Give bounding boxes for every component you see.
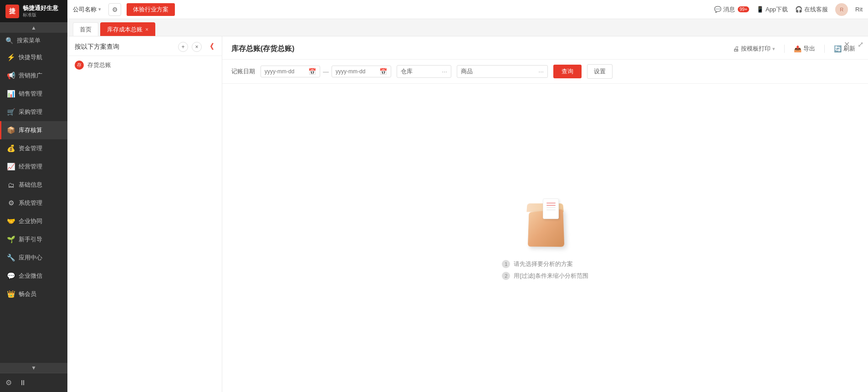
sidebar-scroll-down[interactable]: ▼ xyxy=(0,363,67,373)
tab-close-icon[interactable]: × xyxy=(145,26,148,33)
sidebar-item-operations[interactable]: 📈 经营管理 xyxy=(0,158,67,176)
app-logo-icon: 捷 xyxy=(5,5,19,18)
chevron-down-icon: ▾ xyxy=(98,6,101,12)
sidebar-item-sales[interactable]: 📊 销售管理 xyxy=(0,85,67,103)
gear-icon: ⚙ xyxy=(112,6,118,13)
refresh-icon: 🔄 xyxy=(834,45,842,52)
tip-item-2: 2 用[过滤]条件来缩小分析范围 xyxy=(502,272,588,280)
chevron-down-icon: ▾ xyxy=(772,46,775,52)
headset-icon: 🎧 xyxy=(795,6,802,13)
settings-btn[interactable]: 设置 xyxy=(587,64,613,79)
filter-title: 按以下方案查询 xyxy=(75,43,178,51)
system-icon: ⚙ xyxy=(7,199,15,207)
sidebar-collapse-btn[interactable]: ⏸ xyxy=(19,379,26,387)
panel-expand-btn[interactable]: ⤢ xyxy=(858,40,863,49)
filter-add-btn[interactable]: + xyxy=(178,42,188,52)
topbar-left: 公司名称 ▾ ⚙ 体验行业方案 xyxy=(73,3,714,16)
filter-scheme-item[interactable]: 存 存货总账 xyxy=(67,56,222,74)
warehouse-select[interactable]: 仓库 ··· xyxy=(397,65,451,78)
goods-select[interactable]: 商品 ··· xyxy=(457,65,548,78)
divider xyxy=(784,45,785,53)
warehouse-more-icon: ··· xyxy=(442,68,447,75)
topbar: 公司名称 ▾ ⚙ 体验行业方案 💬 消息 99+ 📱 App下载 🎧 在线客服 xyxy=(67,0,868,19)
filter-actions: + × 《 xyxy=(178,42,214,52)
empty-illustration xyxy=(518,196,572,251)
sidebar-item-inventory[interactable]: 📦 库存核算 xyxy=(0,121,67,139)
tabs-bar: 首页 库存成本总账 × xyxy=(67,19,868,36)
box-illustration-doc xyxy=(543,199,559,219)
purchase-icon: 🛒 xyxy=(7,108,15,116)
basics-icon: 🗂 xyxy=(7,181,15,189)
export-btn[interactable]: 📤 导出 xyxy=(790,43,819,55)
user-avatar[interactable]: R xyxy=(835,3,848,16)
topbar-support-btn[interactable]: 🎧 在线客服 xyxy=(795,5,828,14)
print-btn[interactable]: 🖨 按模板打印 ▾ xyxy=(729,43,779,55)
date-end-input[interactable]: 📅 xyxy=(332,66,391,77)
topbar-company[interactable]: 公司名称 ▾ xyxy=(73,5,101,14)
capital-icon: 💰 xyxy=(7,144,15,153)
message-icon: 💬 xyxy=(714,6,721,13)
sidebar-item-quicknav[interactable]: ⚡ 快捷导航 xyxy=(0,48,67,66)
newguide-icon: 🌱 xyxy=(7,235,15,244)
tip-item-1: 1 请先选择要分析的方案 xyxy=(502,260,588,268)
topbar-message-btn[interactable]: 💬 消息 99+ xyxy=(714,5,749,14)
filter-title-bar: 按以下方案查询 + × 《 xyxy=(67,36,222,56)
sidebar-search-btn[interactable]: 🔍 搜索菜单 xyxy=(0,33,67,48)
sidebar-item-member[interactable]: 👑 畅会员 xyxy=(0,285,67,303)
member-icon: 👑 xyxy=(7,290,15,298)
app-logo-text: 畅捷通好生意 标准版 xyxy=(23,5,58,18)
sidebar-nav: ⚡ 快捷导航 📢 营销推广 📊 销售管理 🛒 采购管理 📦 库存核算 💰 资金管… xyxy=(0,48,67,363)
industry-btn[interactable]: 体验行业方案 xyxy=(127,3,175,16)
panel-close-btn[interactable]: ✕ xyxy=(844,40,850,49)
sidebar-settings-btn[interactable]: ⚙ xyxy=(5,378,12,387)
topbar-right: 💬 消息 99+ 📱 App下载 🎧 在线客服 R Rit xyxy=(714,3,863,16)
sidebar-item-marketing[interactable]: 📢 营销推广 xyxy=(0,66,67,85)
page-title: 库存总账(存货总账) xyxy=(231,44,295,54)
operations-icon: 📈 xyxy=(7,163,15,171)
divider2 xyxy=(824,45,825,53)
cooperation-icon: 🤝 xyxy=(7,217,15,225)
calendar-start-icon[interactable]: 📅 xyxy=(308,68,316,75)
goods-more-icon: ··· xyxy=(538,68,544,75)
download-icon: 📱 xyxy=(756,6,764,13)
inventory-icon: 📦 xyxy=(7,126,15,134)
sidebar-item-wechat[interactable]: 💬 企业微信 xyxy=(0,267,67,285)
filter-delete-btn[interactable]: × xyxy=(192,42,202,52)
main-area: 公司名称 ▾ ⚙ 体验行业方案 💬 消息 99+ 📱 App下载 🎧 在线客服 xyxy=(67,0,868,392)
tab-inventory-ledger[interactable]: 库存成本总账 × xyxy=(100,22,155,36)
date-start-field[interactable] xyxy=(265,68,306,75)
page-header-actions: 🖨 按模板打印 ▾ 📤 导出 🔄 刷新 xyxy=(729,43,859,55)
sidebar-scroll-up[interactable]: ▲ xyxy=(0,23,67,33)
date-label: 记账日期 xyxy=(231,67,255,76)
sidebar-logo: 捷 畅捷通好生意 标准版 xyxy=(0,0,67,23)
sidebar-item-purchase[interactable]: 🛒 采购管理 xyxy=(0,103,67,121)
wechat-icon: 💬 xyxy=(7,272,15,280)
sidebar: 捷 畅捷通好生意 标准版 ▲ 🔍 搜索菜单 ⚡ 快捷导航 📢 营销推广 📊 销售… xyxy=(0,0,67,392)
calendar-end-icon[interactable]: 📅 xyxy=(379,68,387,75)
sidebar-item-basics[interactable]: 🗂 基础信息 xyxy=(0,176,67,194)
export-icon: 📤 xyxy=(794,45,802,52)
content-area: 库存总账(存货总账) 🖨 按模板打印 ▾ 📤 导出 🔄 xyxy=(222,36,868,392)
date-range: 📅 — 📅 xyxy=(260,66,391,77)
quicknav-icon: ⚡ xyxy=(7,53,15,61)
sidebar-item-capital[interactable]: 💰 资金管理 xyxy=(0,139,67,158)
sidebar-item-appcenter[interactable]: 🔧 应用中心 xyxy=(0,249,67,267)
empty-tips: 1 请先选择要分析的方案 2 用[过滤]条件来缩小分析范围 xyxy=(502,260,588,280)
sidebar-bottom: ⚙ ⏸ xyxy=(0,373,67,392)
sales-icon: 📊 xyxy=(7,90,15,98)
sidebar-item-system[interactable]: ⚙ 系统管理 xyxy=(0,194,67,212)
date-start-input[interactable]: 📅 xyxy=(260,66,320,77)
filter-collapse-btn[interactable]: 《 xyxy=(205,42,214,52)
query-btn[interactable]: 查询 xyxy=(553,65,582,78)
marketing-icon: 📢 xyxy=(7,71,15,80)
tab-home[interactable]: 首页 xyxy=(73,22,98,36)
topbar-username[interactable]: Rit xyxy=(855,6,863,13)
page-container: 按以下方案查询 + × 《 存 存货总账 xyxy=(67,36,868,392)
sidebar-item-newguide[interactable]: 🌱 新手引导 xyxy=(0,230,67,249)
sidebar-item-cooperation[interactable]: 🤝 企业协同 xyxy=(0,212,67,230)
search-icon: 🔍 xyxy=(5,37,13,44)
topbar-appdownload-btn[interactable]: 📱 App下载 xyxy=(756,5,788,14)
topbar-settings-btn[interactable]: ⚙ xyxy=(108,3,121,16)
appcenter-icon: 🔧 xyxy=(7,254,15,262)
date-end-field[interactable] xyxy=(336,68,377,75)
